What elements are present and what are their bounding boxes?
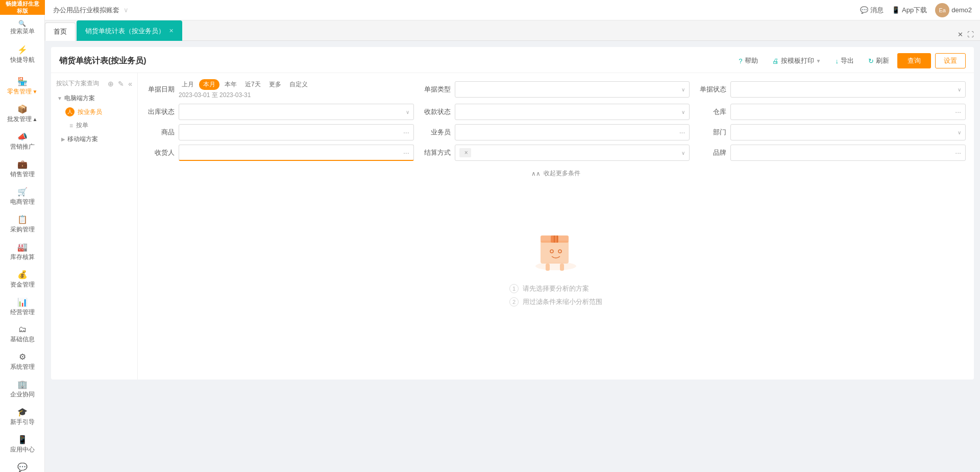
avatar: Ea: [935, 3, 949, 17]
out-status-label: 出库状态: [146, 107, 175, 116]
doc-status-label: 单据状态: [698, 85, 726, 94]
consignee-control[interactable]: ···: [179, 145, 414, 161]
date-tab-7days[interactable]: 近7天: [242, 79, 264, 90]
sidebar-search[interactable]: 🔍 搜索菜单: [0, 15, 44, 41]
scheme-group-pc-header[interactable]: ▼ 电脑端方案: [55, 92, 133, 105]
sidebar-item-basic[interactable]: 🗂 基础信息: [0, 321, 45, 348]
payment-method-select[interactable]: × ∨: [459, 148, 685, 157]
brand-ellipsis[interactable]: ···: [955, 149, 961, 157]
dept-select[interactable]: ∨: [735, 130, 961, 135]
salesman-ellipsis[interactable]: ···: [679, 128, 685, 136]
date-tab-thisyear[interactable]: 本年: [222, 79, 240, 90]
doc-status-control[interactable]: ∨: [730, 81, 966, 98]
brand-control[interactable]: ···: [730, 145, 966, 161]
chevron-icon-2: ▲: [33, 116, 38, 122]
window-maximize-btn[interactable]: ⛶: [965, 29, 976, 40]
empty-hints: 1 请先选择要分析的方案 2 用过滤条件来缩小分析范围: [509, 284, 602, 306]
dept-arrow: ∨: [958, 130, 961, 135]
goods-ellipsis[interactable]: ···: [403, 128, 409, 136]
window-close-btn[interactable]: ✕: [955, 29, 965, 40]
ecommerce-icon: 🛒: [17, 187, 28, 197]
out-status-select[interactable]: ∨: [183, 109, 409, 115]
settings-button[interactable]: 设置: [935, 53, 966, 68]
edit-scheme-btn[interactable]: ✎: [118, 80, 124, 88]
export-btn[interactable]: ↓ 导出: [831, 54, 859, 67]
date-range-text: 2023-03-01 至 2023-03-31: [179, 91, 251, 100]
scheme-sub-item-by-order[interactable]: ≡ 按单: [55, 119, 133, 132]
tab-home[interactable]: 首页: [45, 22, 76, 41]
sidebar-item-marketing[interactable]: 📣 营销推广: [0, 128, 45, 155]
dept-control[interactable]: ∨: [730, 124, 966, 140]
messages-btn[interactable]: 💬 消息: [860, 6, 884, 15]
add-scheme-btn[interactable]: ⊕: [108, 80, 114, 88]
user-menu[interactable]: Ea demo2: [935, 3, 972, 17]
sidebar-item-operation[interactable]: 📊 经营管理: [0, 293, 45, 321]
consignee-ellipsis[interactable]: ···: [403, 149, 409, 157]
filter-doc-status: 单据状态 ∨: [698, 79, 966, 100]
doc-type-control[interactable]: ∨: [455, 81, 690, 98]
warehouse-ellipsis[interactable]: ···: [955, 108, 961, 116]
scheme-group-mobile-header[interactable]: ▶ 移动端方案: [55, 132, 133, 146]
sidebar-item-wechat[interactable]: 💬 企业微信: [0, 458, 45, 472]
left-panel-header: 按以下方案查询 ⊕ ✎ «: [51, 77, 137, 92]
sidebar-item-ecommerce[interactable]: 🛒 电商管理: [0, 183, 45, 210]
chevron-right-icon: ▶: [61, 136, 65, 142]
app-logo[interactable]: 畅捷通好生意标版: [0, 0, 45, 15]
empty-hint-1: 1 请先选择要分析的方案: [509, 284, 602, 293]
warehouse-control[interactable]: ···: [730, 104, 966, 120]
sidebar-item-enterprise[interactable]: 🏢 企业协同: [0, 375, 45, 403]
print-arrow: ▼: [816, 58, 821, 64]
sidebar-item-retail[interactable]: 🏪 零售管理 ▼: [0, 73, 45, 100]
out-status-control[interactable]: ∨: [179, 104, 414, 120]
date-tab-more[interactable]: 更多: [266, 79, 284, 90]
refresh-icon: ↻: [868, 57, 874, 65]
sidebar-item-sales[interactable]: 💼 销售管理: [0, 155, 45, 183]
warehouse-select[interactable]: ···: [735, 108, 961, 116]
brand-select[interactable]: ···: [735, 149, 961, 157]
scheme-item-by-salesman[interactable]: 人 按业务员: [55, 105, 133, 119]
date-tab-thismonth[interactable]: 本月: [199, 79, 219, 90]
payment-method-control[interactable]: × ∨: [455, 145, 690, 161]
sidebar-item-appcenter[interactable]: 📱 应用中心: [0, 431, 45, 458]
consignee-input[interactable]: [183, 149, 403, 156]
goods-control[interactable]: ···: [179, 124, 414, 140]
page-header: 销货单统计表(按业务员) ? 帮助 🖨 按模板打印 ▼ ↓: [51, 47, 974, 73]
sidebar-item-newbie[interactable]: 🎓 新手引导: [0, 403, 45, 431]
filter-dept: 部门 ∨: [698, 124, 966, 140]
main-area: 办公用品行业模拟账套 ∨ 💬 消息 📱 App下载 Ea demo2 首页 销货…: [45, 0, 980, 472]
goods-select[interactable]: ···: [183, 128, 409, 136]
doc-status-select[interactable]: ∨: [735, 87, 961, 92]
finance-icon: 💰: [17, 270, 28, 279]
help-btn[interactable]: ? 帮助: [734, 54, 762, 67]
tab-close-btn[interactable]: ✕: [169, 28, 174, 34]
payment-method-arrow: ∨: [681, 150, 685, 156]
salesman-control[interactable]: ···: [455, 124, 690, 140]
receipt-status-control[interactable]: ∨: [455, 104, 690, 120]
collapse-panel-btn[interactable]: «: [128, 80, 132, 88]
svg-rect-8: [546, 264, 550, 271]
out-status-arrow: ∨: [406, 109, 409, 115]
date-tab-custom[interactable]: 自定义: [286, 79, 311, 90]
collapse-conditions-btn[interactable]: ∧∧ 收起更多条件: [146, 165, 966, 182]
sidebar: 畅捷通好生意标版 🔍 搜索菜单 ⚡ 快捷导航 🏪 零售管理 ▼ 📦 批发管理 ▲…: [0, 0, 45, 472]
filter-row-2: 出库状态 ∨ 收款状态: [146, 104, 966, 120]
sidebar-item-purchase[interactable]: 📋 采购管理: [0, 210, 45, 238]
tab-sales-stats[interactable]: 销货单统计表（按业务员） ✕: [77, 20, 182, 41]
refresh-btn[interactable]: ↻ 刷新: [864, 54, 893, 67]
payment-method-tag-close[interactable]: ×: [464, 149, 468, 156]
sidebar-item-system[interactable]: ⚙ 系统管理: [0, 348, 45, 375]
app-download-btn[interactable]: 📱 App下载: [892, 6, 927, 15]
sidebar-item-finance[interactable]: 💰 资金管理: [0, 266, 45, 293]
receipt-status-select[interactable]: ∨: [459, 109, 685, 115]
doc-type-select[interactable]: ∨: [459, 87, 685, 92]
sidebar-item-quicknav[interactable]: ⚡ 快捷导航: [0, 41, 45, 68]
query-button[interactable]: 查询: [897, 53, 931, 68]
appcenter-icon: 📱: [17, 435, 28, 444]
order-icon: ≡: [69, 122, 73, 129]
salesman-select[interactable]: ···: [459, 128, 685, 136]
print-btn[interactable]: 🖨 按模板打印 ▼: [768, 54, 825, 67]
salesman-label: 业务员: [422, 128, 451, 137]
sidebar-item-inventory[interactable]: 🏭 库存核算: [0, 238, 45, 266]
date-tab-lastmonth[interactable]: 上月: [179, 79, 197, 90]
sidebar-item-wholesale[interactable]: 📦 批发管理 ▲: [0, 100, 45, 128]
